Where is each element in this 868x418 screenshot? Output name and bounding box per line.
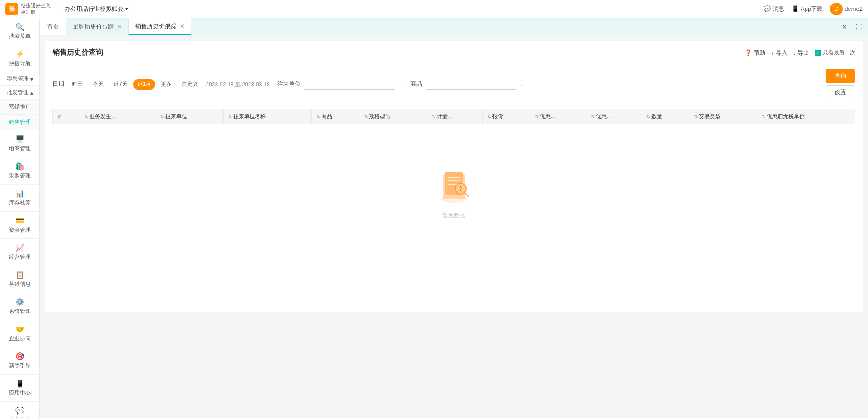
partner-label: 往来单位 <box>277 80 301 88</box>
svg-text:?: ? <box>459 185 462 192</box>
page-header-actions: ❓ 帮助 ↑ 导入 ↓ 导出 ✓ 只看最后一次 <box>745 49 855 57</box>
th-partner-name[interactable]: ⇅ 往来单位名称 <box>224 109 312 124</box>
date-btn-more[interactable]: 更多 <box>157 79 176 90</box>
page-content: 销售历史价查询 ❓ 帮助 ↑ 导入 ↓ 导出 <box>40 35 868 418</box>
sidebar-item-finance[interactable]: 💳 资金管理 <box>0 212 39 239</box>
sort-icon: ⇅ <box>535 114 538 119</box>
th-spec[interactable]: ⇅ 规格型号 <box>359 109 427 124</box>
sidebar-item-ecommerce[interactable]: 🖥️ 电商管理 <box>0 130 39 157</box>
th-gear[interactable]: ⚙ <box>53 109 80 124</box>
date-btn-7days[interactable]: 近7天 <box>109 79 132 90</box>
search-icon: 🔍 <box>15 23 24 31</box>
user-menu[interactable]: D demo2 <box>830 3 863 15</box>
product-label: 商品 <box>410 80 422 88</box>
sidebar-item-retail[interactable]: 零售管理 ▾ <box>0 72 39 86</box>
sidebar-item-inventory[interactable]: 📊 库存核算 <box>0 185 39 212</box>
maximize-btn[interactable]: ⛶ <box>854 21 864 32</box>
product-dots[interactable]: ... <box>520 81 525 88</box>
help-btn[interactable]: ❓ 帮助 <box>745 49 765 57</box>
avatar: D <box>830 3 843 15</box>
inventory-icon: 📊 <box>15 189 24 198</box>
main-layout: 🔍 搜索菜单 ⚡ 快捷导航 零售管理 ▾ 批发管理 ▴ 营销推广 销售管理 🖥️… <box>0 18 868 418</box>
sidebar: 🔍 搜索菜单 ⚡ 快捷导航 零售管理 ▾ 批发管理 ▴ 营销推广 销售管理 🖥️… <box>0 18 40 418</box>
th-quote[interactable]: ⇅ 报价 <box>483 109 530 124</box>
last-only-checkbox[interactable]: ✓ 只看最后一次 <box>815 49 855 57</box>
app-download-btn[interactable]: 📱 App下载 <box>792 5 823 13</box>
date-btn-1month[interactable]: 近1月 <box>133 79 156 90</box>
empty-state: ? 暂无数据 <box>52 124 855 256</box>
ecommerce-icon: 🖥️ <box>15 135 24 143</box>
cooperation-icon: 🤝 <box>15 325 24 333</box>
close-all-tabs-btn[interactable]: ✕ <box>839 21 850 32</box>
table-header: ⚙ ⇅ 业务发生... ⇅ 往来单 <box>53 109 855 124</box>
sidebar-item-system[interactable]: ⚙️ 系统管理 <box>0 293 39 320</box>
th-trade-type[interactable]: ⇅ 交易类型 <box>689 109 757 124</box>
sort-icon: ⇅ <box>646 114 650 119</box>
sidebar-item-cooperation[interactable]: 🤝 企业协同 <box>0 320 39 347</box>
content-area: 首页 采购历史价跟踪 ✕ 销售历史价跟踪 ✕ ✕ ⛶ 销售历史价查询 <box>40 18 868 418</box>
tab-sales-history-close[interactable]: ✕ <box>180 23 184 29</box>
filter-buttons: 查询 设置 <box>826 69 855 99</box>
sidebar-item-wechat[interactable]: 💬 企业微信 <box>0 402 39 418</box>
guide-icon: 🎯 <box>15 352 24 361</box>
tab-sales-history[interactable]: 销售历史价跟踪 ✕ <box>129 18 191 35</box>
th-quantity[interactable]: ⇅ 数量 <box>642 109 689 124</box>
purchase-icon: 🛍️ <box>15 162 24 171</box>
sidebar-item-operation[interactable]: 📈 经营管理 <box>0 239 39 266</box>
sort-icon: ⇅ <box>591 114 594 119</box>
th-product[interactable]: ⇅ 商品 <box>311 109 359 124</box>
wechat-icon: 💬 <box>15 406 24 415</box>
product-filter: 商品 ... <box>410 79 525 90</box>
company-selector[interactable]: 办公用品行业模拟账套 ▾ <box>60 3 133 15</box>
chevron-up-icon: ▴ <box>30 90 33 96</box>
sort-icon: ⇅ <box>364 114 368 119</box>
th-partner-code[interactable]: ⇅ 往来单位 <box>156 109 224 124</box>
date-btn-today[interactable]: 今天 <box>89 79 108 90</box>
tab-purchase-history-close[interactable]: ✕ <box>118 24 122 30</box>
tab-home[interactable]: 首页 <box>40 18 66 35</box>
th-no-tax-price[interactable]: ⇅ 优惠前无税单价 <box>757 109 855 124</box>
query-button[interactable]: 查询 <box>826 69 855 83</box>
import-btn[interactable]: ↑ 导入 <box>771 49 788 57</box>
sidebar-item-shortcut[interactable]: ⚡ 快捷导航 <box>0 45 39 72</box>
sidebar-item-basic[interactable]: 📋 基础信息 <box>0 266 39 293</box>
th-discount1[interactable]: ⇅ 优惠... <box>530 109 586 124</box>
product-input[interactable] <box>426 79 516 90</box>
sidebar-item-marketing[interactable]: 营销推广 <box>0 100 39 115</box>
partner-dots[interactable]: ... <box>398 81 403 88</box>
basic-icon: 📋 <box>15 271 24 279</box>
date-label: 日期 <box>52 80 64 88</box>
th-discount2[interactable]: ⇅ 优惠... <box>586 109 642 124</box>
phone-icon: 📱 <box>792 5 799 12</box>
export-icon: ↓ <box>793 49 796 56</box>
sidebar-item-purchase[interactable]: 🛍️ 采购管理 <box>0 157 39 185</box>
empty-illustration: ? <box>431 161 476 206</box>
date-range-display: 2023-02-18 至 2023-03-18 <box>206 81 269 89</box>
sort-icon: ⇅ <box>762 114 765 119</box>
logo-text: 畅捷通好生意 标准版 <box>21 2 51 15</box>
date-filter-row: 日期 昨天 今天 近7天 近1月 更多 自定义 <box>52 79 202 90</box>
logo-icon: 畅 <box>5 3 18 15</box>
sidebar-item-sales[interactable]: 销售管理 <box>0 115 39 130</box>
export-btn[interactable]: ↓ 导出 <box>793 49 810 57</box>
th-biz-date[interactable]: ⇅ 业务发生... <box>80 109 156 124</box>
tab-bar-actions: ✕ ⛶ <box>839 18 868 35</box>
date-btn-yesterday[interactable]: 昨天 <box>68 79 87 90</box>
system-icon: ⚙️ <box>15 298 24 306</box>
sidebar-item-guide[interactable]: 🎯 新手引导 <box>0 347 39 375</box>
tab-purchase-history[interactable]: 采购历史价跟踪 ✕ <box>66 18 129 35</box>
sort-icon: ⇅ <box>487 114 491 119</box>
date-btn-custom[interactable]: 自定义 <box>178 79 202 90</box>
th-unit[interactable]: ⇅ 计量... <box>427 109 483 124</box>
partner-input[interactable] <box>304 79 395 90</box>
sidebar-item-wholesale[interactable]: 批发管理 ▴ <box>0 86 39 100</box>
message-btn[interactable]: 💬 消息 <box>764 5 784 13</box>
empty-text: 暂无数据 <box>442 211 466 219</box>
top-bar-left: 畅 畅捷通好生意 标准版 办公用品行业模拟账套 ▾ <box>5 2 133 15</box>
sidebar-item-apps[interactable]: 📱 应用中心 <box>0 375 39 402</box>
page-card: 销售历史价查询 ❓ 帮助 ↑ 导入 ↓ 导出 <box>45 41 863 312</box>
shortcut-icon: ⚡ <box>15 50 24 58</box>
sort-icon: ⇅ <box>432 114 435 119</box>
sidebar-item-search[interactable]: 🔍 搜索菜单 <box>0 18 39 45</box>
setting-button[interactable]: 设置 <box>826 86 855 99</box>
